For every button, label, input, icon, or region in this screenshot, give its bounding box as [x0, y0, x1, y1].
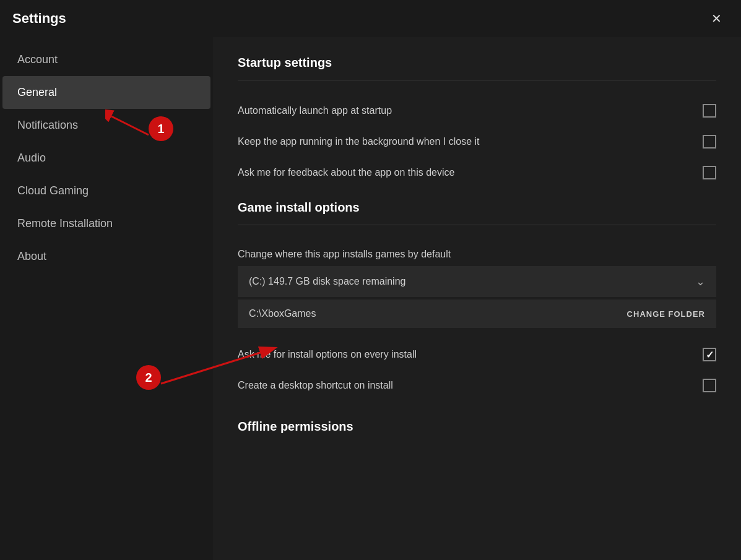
sidebar-item-notifications[interactable]: Notifications [2, 109, 210, 142]
sidebar-item-about[interactable]: About [2, 240, 210, 273]
change-folder-button[interactable]: CHANGE FOLDER [627, 309, 705, 319]
ask-install-options-checkbox[interactable] [703, 348, 716, 361]
desktop-shortcut-checkbox[interactable] [703, 379, 716, 392]
offline-section: Offline permissions [238, 420, 716, 434]
settings-title: Settings [12, 11, 66, 27]
content-area: Startup settings Automatically launch ap… [213, 37, 741, 560]
auto-launch-checkbox[interactable] [703, 104, 716, 118]
keep-running-row: Keep the app running in the background w… [238, 126, 716, 157]
change-where-label: Change where this app installs games by … [238, 249, 451, 260]
startup-divider [238, 80, 716, 80]
main-layout: Account General Notifications Audio Clou… [0, 37, 741, 560]
close-button[interactable]: ✕ [704, 6, 729, 31]
game-install-section: Game install options Change where this a… [238, 200, 716, 401]
disk-dropdown[interactable]: (C:) 149.7 GB disk space remaining ⌄ [238, 266, 716, 297]
game-install-title: Game install options [238, 200, 716, 215]
feedback-checkbox[interactable] [703, 166, 716, 179]
keep-running-label: Keep the app running in the background w… [238, 136, 480, 147]
sidebar-item-cloud-gaming[interactable]: Cloud Gaming [2, 174, 210, 207]
game-install-divider [238, 225, 716, 225]
app-window: Settings ✕ Account General Notifications… [0, 0, 741, 560]
title-bar: Settings ✕ [0, 0, 741, 37]
ask-install-options-row: Ask me for install options on every inst… [238, 339, 716, 370]
sidebar-item-general[interactable]: General [2, 76, 210, 109]
feedback-row: Ask me for feedback about the app on thi… [238, 157, 716, 188]
sidebar-item-account[interactable]: Account [2, 43, 210, 76]
sidebar-item-audio[interactable]: Audio [2, 142, 210, 174]
feedback-label: Ask me for feedback about the app on thi… [238, 167, 454, 178]
ask-install-options-label: Ask me for install options on every inst… [238, 349, 417, 360]
auto-launch-row: Automatically launch app at startup [238, 95, 716, 126]
auto-launch-label: Automatically launch app at startup [238, 105, 392, 116]
keep-running-checkbox[interactable] [703, 135, 716, 149]
disk-dropdown-value: (C:) 149.7 GB disk space remaining [249, 276, 405, 287]
change-where-row: Change where this app installs games by … [238, 240, 716, 266]
folder-row: C:\XboxGames CHANGE FOLDER [238, 299, 716, 328]
desktop-shortcut-label: Create a desktop shortcut on install [238, 380, 393, 391]
desktop-shortcut-row: Create a desktop shortcut on install [238, 370, 716, 401]
startup-section: Startup settings Automatically launch ap… [238, 56, 716, 188]
sidebar: Account General Notifications Audio Clou… [0, 37, 213, 560]
offline-section-title: Offline permissions [238, 420, 716, 434]
sidebar-item-remote-installation[interactable]: Remote Installation [2, 207, 210, 240]
startup-section-title: Startup settings [238, 56, 716, 70]
chevron-down-icon: ⌄ [696, 275, 705, 288]
folder-path: C:\XboxGames [249, 308, 316, 319]
